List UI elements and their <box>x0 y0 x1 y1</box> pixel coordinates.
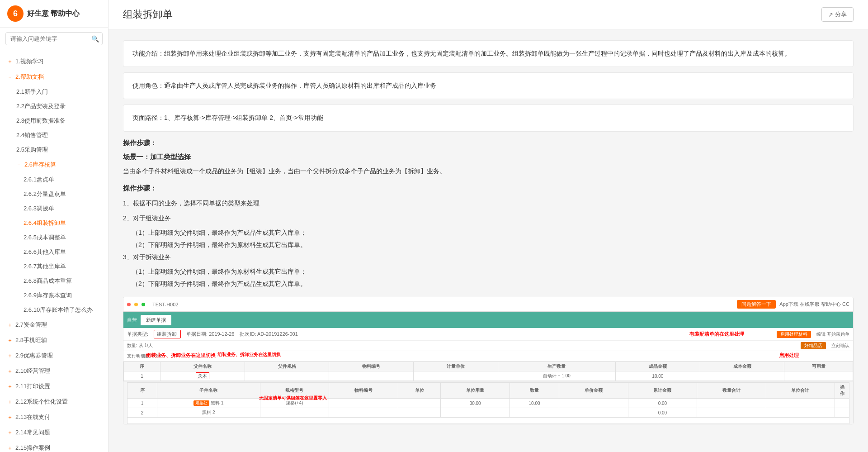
mock-sub-td-2-11 <box>766 408 835 418</box>
mock-sub-th-3: 规格型号 <box>260 383 329 399</box>
mock-td-4 <box>329 371 414 381</box>
sidebar-item-2-3[interactable]: 2.3使用前数据准备 <box>0 114 108 128</box>
sidebar-item-2-6-3[interactable]: 2.6.3调拨单 <box>0 201 108 216</box>
mock-sub-th-4: 物料编号 <box>329 383 398 399</box>
sidebar-item-2-15[interactable]: ＋ 2.15操作案例 <box>0 440 108 452</box>
mock-process-btn: 启用处理材料 <box>777 331 811 338</box>
mock-qty-label: 数量: 从 1/人 <box>127 343 153 349</box>
sidebar-item-2-4[interactable]: 2.4销售管理 <box>0 128 108 143</box>
sidebar-item-2-9[interactable]: ＋ 2.9优惠券管理 <box>0 348 108 363</box>
mock-sub-td-1-5 <box>398 399 441 408</box>
mock-confirm-btn: 立刻确认 <box>831 343 849 349</box>
mock-td-7: 10.00 <box>616 371 700 381</box>
step-2-1: （1）上部明细为父件明细，最终作为产成品生成其它入库单； <box>123 227 854 239</box>
steps-title: 操作步骤： <box>123 184 854 193</box>
plus-icon: ＋ <box>7 58 13 66</box>
sidebar-item-2-12[interactable]: ＋ 2.12系统个性化设置 <box>0 394 108 409</box>
mock-sub-td-2-2: 黑料 2 <box>157 408 260 418</box>
mock-sub-th-7: 数量 <box>509 383 559 399</box>
sidebar-item-2-6-9[interactable]: 2.6.9库存账本查询 <box>0 288 108 303</box>
minus-icon-2-6: － <box>16 161 22 169</box>
step-2: 2、对于组装业务 <box>123 212 854 224</box>
sidebar-item-2-6[interactable]: － 2.6库存核算 <box>0 157 108 172</box>
logo-icon: 6 <box>7 5 24 22</box>
sidebar-item-2-6-2[interactable]: 2.6.2分量盘点单 <box>0 187 108 201</box>
mock-sub-td-2-4 <box>329 408 398 418</box>
mock-topbar: TEST-H002 问题解答一下 App下载 在线客服 帮助中心 CC <box>123 297 853 312</box>
mock-td-5 <box>414 371 498 381</box>
sidebar-item-2-7[interactable]: ＋ 2.7资金管理 <box>0 317 108 333</box>
sidebar-item-2-5[interactable]: 2.5采购管理 <box>0 143 108 157</box>
mock-doc-type-label: 单据类型: <box>127 331 148 338</box>
mock-sub-td-2-5 <box>398 408 441 418</box>
plus-icon-2-11: ＋ <box>7 383 13 390</box>
search-icon[interactable]: 🔍 <box>91 35 99 43</box>
sidebar-item-2-6-8[interactable]: 2.6.8商品成本重算 <box>0 274 108 288</box>
mock-sub-th-12: 操作 <box>835 383 849 399</box>
mock-sub-th-1: 序 <box>127 383 157 399</box>
sidebar-item-2[interactable]: － 2.帮助文档 <box>0 69 108 85</box>
mock-sub-td-2-7 <box>509 408 559 418</box>
sidebar-item-2-6-5[interactable]: 2.6.5成本调整单 <box>0 230 108 245</box>
mock-sub-td-2-8 <box>559 408 628 418</box>
plus-icon-2-13: ＋ <box>7 414 13 421</box>
table-row: 1 规格处 黑料 1 规格(+4) 30.00 10.00 0.00 <box>127 399 849 408</box>
mock-sub-th-11: 单位合计 <box>766 383 835 399</box>
sidebar-item-2-2[interactable]: 2.2产品安装及登录 <box>0 99 108 114</box>
sidebar-item-2-13-label: 2.13在线支付 <box>15 413 50 421</box>
plus-icon-2-7: ＋ <box>7 321 13 329</box>
main-content: 功能介绍：组装拆卸单用来处理企业组装或拆卸等加工业务，支持有固定装配清单的产品加… <box>108 29 868 452</box>
mock-sub-td-1-6: 30.00 <box>441 399 509 408</box>
sidebar-item-2-13[interactable]: ＋ 2.13在线支付 <box>0 409 108 425</box>
table-row: 2 黑料 2 0.00 <box>127 408 849 418</box>
sidebar-item-2-6-4[interactable]: 2.6.4组装拆卸单 <box>0 216 108 230</box>
logo-text: 好生意 帮助中心 <box>27 9 80 19</box>
sidebar-item-2-8[interactable]: ＋ 2.8手机旺辅 <box>0 333 108 348</box>
scenario-title: 场景一：加工类型选择 <box>123 153 854 162</box>
share-button[interactable]: ↗ 分享 <box>821 7 854 22</box>
sidebar-item-2-11-label: 2.11打印设置 <box>15 382 50 390</box>
mock-th-unit: 计量单位 <box>414 362 498 371</box>
mock-sub-td-1-4 <box>329 399 398 408</box>
step-3: 3、对于拆装业务 <box>123 251 854 263</box>
path-text: 页面路径：1、库存核算->库存管理->组装拆卸单 2、首页->常用功能 <box>132 112 844 124</box>
mock-edit-btn: 编辑 开始采购单 <box>816 331 849 338</box>
mock-sub-td-2-3 <box>260 408 329 418</box>
sidebar-item-2-6-10[interactable]: 2.6.10库存账本错了怎么办 <box>0 303 108 317</box>
annotation-3: 启用处理 <box>779 352 799 359</box>
sidebar-item-2-14-label: 2.14常见问题 <box>15 428 50 437</box>
sidebar-item-1-label: 1.视频学习 <box>15 57 44 66</box>
sidebar-item-2-6-1[interactable]: 2.6.1盘点单 <box>0 172 108 187</box>
mock-sub-td-2-9: 0.00 <box>628 408 697 418</box>
mock-sub-td-1-7: 10.00 <box>509 399 559 408</box>
step-3-1: （1）上部明细为父件明细，最终作为原材料生成其它出库单； <box>123 266 854 278</box>
mock-sub-td-2-6 <box>441 408 509 418</box>
sidebar-item-2-11[interactable]: ＋ 2.11打印设置 <box>0 379 108 394</box>
mock-td-2: 关木 <box>160 371 245 381</box>
mock-th-seq: 序 <box>124 362 160 371</box>
operation-title: 操作步骤： <box>123 139 854 147</box>
role-text: 使用角色：通常由生产人员或库管人员完成拆装业务的操作，库管人员确认原材料的出库和… <box>132 80 844 91</box>
plus-icon-2-14: ＋ <box>7 429 13 437</box>
main-panel: 组装拆卸单 ↗ 分享 功能介绍：组装拆卸单用来处理企业组装或拆卸等加工业务，支持… <box>108 0 868 452</box>
mock-th-material: 物料编号 <box>329 362 414 371</box>
sidebar-item-1[interactable]: ＋ 1.视频学习 <box>0 54 108 69</box>
sidebar-item-2-6-label: 2.6库存核算 <box>24 161 56 169</box>
sidebar-item-2-10[interactable]: ＋ 2.10经营管理 <box>0 363 108 379</box>
annotation-1: 有装配清单的在这里处理 <box>689 331 744 338</box>
mock-sub-td-1-10 <box>697 399 766 408</box>
search-input[interactable] <box>5 32 103 45</box>
mock-th-avail: 可用量 <box>784 362 853 371</box>
sidebar-item-2-1[interactable]: 2.1新手入门 <box>0 85 108 99</box>
mock-td-3 <box>245 371 329 381</box>
mock-sub-table: 序 子件名称 规格型号 物料编号 单位 单位用量 数量 单价金额 累计金额 <box>127 382 849 424</box>
mock-sub-th-2: 子件名称 <box>157 383 260 399</box>
share-icon: ↗ <box>828 11 833 18</box>
sidebar-item-2-6-6[interactable]: 2.6.6其他入库单 <box>0 245 108 259</box>
sidebar-item-2-6-7[interactable]: 2.6.7其他出库单 <box>0 259 108 274</box>
sidebar-item-2-14[interactable]: ＋ 2.14常见问题 <box>0 425 108 440</box>
sidebar-item-2-10-label: 2.10经营管理 <box>15 367 50 375</box>
sidebar-item-2-9-label: 2.9优惠券管理 <box>15 352 53 360</box>
feature-text: 功能介绍：组装拆卸单用来处理企业组装或拆卸等加工业务，支持有固定装配清单的产品加… <box>132 48 844 59</box>
mock-sub-td-1-3: 规格(+4) <box>260 399 329 408</box>
